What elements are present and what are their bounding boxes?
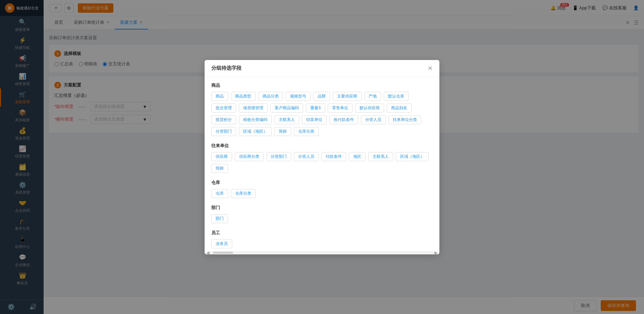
field-tag-0-21[interactable]: 往来单位分类	[388, 115, 421, 124]
section-title-1: 往来单位	[211, 143, 433, 149]
field-tag-2-1[interactable]: 仓库分类	[231, 189, 256, 198]
field-tag-0-3[interactable]: 规格型号	[286, 92, 311, 101]
section-title-2: 仓库	[211, 180, 433, 186]
field-tag-0-25[interactable]: 仓库分类	[294, 127, 319, 136]
field-tag-1-0[interactable]: 供应商	[211, 152, 232, 161]
field-tag-1-8[interactable]: 简称	[211, 164, 228, 173]
field-tag-1-5[interactable]: 地区	[349, 152, 366, 161]
field-tag-0-1[interactable]: 商品类型	[231, 92, 256, 101]
section-3: 部门部门	[211, 205, 433, 223]
field-tag-0-24[interactable]: 简称	[274, 127, 291, 136]
field-tag-0-6[interactable]: 产地	[364, 92, 381, 101]
field-tags-2: 仓库仓库分类	[211, 189, 433, 198]
field-tag-1-4[interactable]: 付款条件	[321, 152, 346, 161]
field-tag-0-2[interactable]: 商品分类	[258, 92, 283, 101]
field-tag-0-22[interactable]: 分管部门	[211, 127, 236, 136]
field-tag-0-16[interactable]: 税收分类编码	[239, 115, 272, 124]
field-tag-0-7[interactable]: 默认仓库	[384, 92, 409, 101]
field-tags-4: 业务员	[211, 239, 433, 248]
section-title-4: 员工	[211, 230, 433, 236]
field-tag-1-6[interactable]: 主联系人	[368, 152, 393, 161]
field-tag-0-13[interactable]: 默认供应商	[355, 104, 384, 113]
section-0: 商品商品商品类型商品分类规格型号品牌主要供应商产地默认仓库批次管理保质期管理客户…	[211, 82, 433, 136]
field-tag-0-20[interactable]: 分管人员	[361, 115, 386, 124]
horizontal-scrollbar[interactable]	[210, 252, 434, 254]
field-tag-0-11[interactable]: 重量3	[306, 104, 325, 113]
field-tag-0-0[interactable]: 商品	[211, 92, 228, 101]
modal-header: 分组待选字段 ✕	[205, 60, 439, 77]
field-tag-1-3[interactable]: 分管人员	[294, 152, 319, 161]
scroll-left-icon[interactable]: ◀	[206, 250, 210, 255]
section-1: 往来单位供应商供应商分类分管部门分管人员付款条件地区主联系人区域（地区）简称	[211, 143, 433, 173]
modal-overlay: 分组待选字段 ✕ 商品商品商品类型商品分类规格型号品牌主要供应商产地默认仓库批次…	[0, 0, 644, 314]
modal-close-button[interactable]: ✕	[428, 65, 433, 72]
field-tag-2-0[interactable]: 仓库	[211, 189, 228, 198]
section-title-0: 商品	[211, 82, 433, 88]
field-tag-1-1[interactable]: 供应商分类	[235, 152, 264, 161]
field-tags-0: 商品商品类型商品分类规格型号品牌主要供应商产地默认仓库批次管理保质期管理客户商品…	[211, 92, 433, 136]
field-tag-1-2[interactable]: 分管部门	[266, 152, 291, 161]
field-tag-0-10[interactable]: 客户商品编码	[270, 104, 303, 113]
field-tag-4-0[interactable]: 业务员	[211, 239, 232, 248]
field-tag-0-12[interactable]: 零售单位	[328, 104, 353, 113]
field-tag-0-8[interactable]: 批次管理	[211, 104, 236, 113]
field-tag-0-14[interactable]: 商品别名	[387, 104, 412, 113]
section-title-3: 部门	[211, 205, 433, 211]
field-tag-0-19[interactable]: 收付款条件	[329, 115, 358, 124]
field-tags-3: 部门	[211, 214, 433, 223]
field-tag-0-9[interactable]: 保质期管理	[239, 104, 268, 113]
field-tag-3-0[interactable]: 部门	[211, 214, 228, 223]
section-4: 员工业务员	[211, 230, 433, 248]
modal: 分组待选字段 ✕ 商品商品商品类型商品分类规格型号品牌主要供应商产地默认仓库批次…	[205, 60, 439, 254]
modal-scrollbar: ◀ ▶	[205, 251, 439, 254]
modal-title: 分组待选字段	[211, 65, 241, 71]
scroll-right-icon[interactable]: ▶	[434, 250, 438, 255]
field-tag-0-4[interactable]: 品牌	[313, 92, 330, 101]
scrollbar-thumb	[213, 252, 233, 254]
field-tag-1-7[interactable]: 区域（地区）	[396, 152, 429, 161]
field-tag-0-5[interactable]: 主要供应商	[333, 92, 362, 101]
modal-body: 商品商品商品类型商品分类规格型号品牌主要供应商产地默认仓库批次管理保质期管理客户…	[205, 77, 439, 251]
field-tag-0-15[interactable]: 拣货积分	[211, 115, 236, 124]
section-2: 仓库仓库仓库分类	[211, 180, 433, 198]
field-tag-0-18[interactable]: 结算单位	[302, 115, 327, 124]
field-tags-1: 供应商供应商分类分管部门分管人员付款条件地区主联系人区域（地区）简称	[211, 152, 433, 173]
field-tag-0-17[interactable]: 主联系人	[274, 115, 299, 124]
field-tag-0-23[interactable]: 区域（地区）	[239, 127, 272, 136]
